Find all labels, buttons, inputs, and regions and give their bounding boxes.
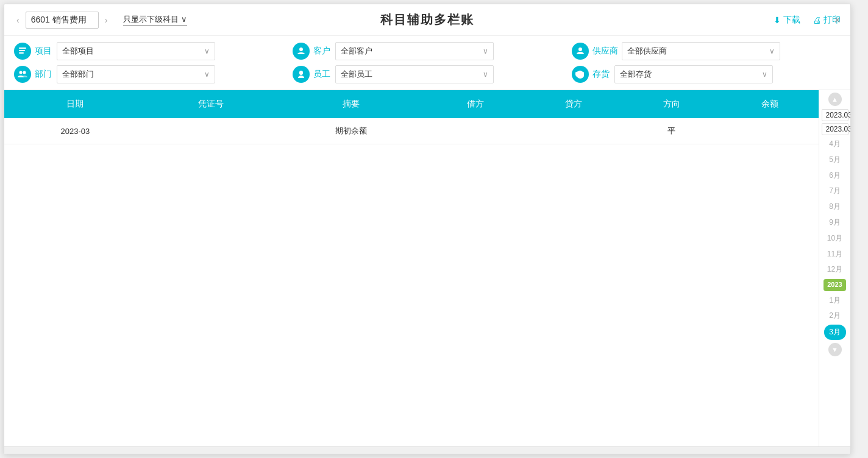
project-select[interactable]: 全部项目 ∨ (57, 42, 215, 60)
table-body: 2023-03 期初余额 平 (4, 118, 819, 144)
timeline-item[interactable]: 9月 (819, 215, 850, 230)
timeline-item[interactable]: 10月 (819, 231, 850, 246)
bottom-scrollbar[interactable] (4, 446, 850, 454)
download-icon: ⬇ (774, 15, 781, 25)
timeline-item[interactable]: 2023.03 (822, 109, 848, 121)
supplier-select[interactable]: 全部供应商 ∨ (622, 42, 780, 60)
supplier-value: 全部供应商 (627, 46, 667, 57)
customer-label: 客户 (313, 46, 332, 57)
inventory-icon (572, 66, 589, 83)
filter-row-1: 项目 全部项目 ∨ 客户 全部客户 ∨ 供应 (14, 42, 841, 60)
col-debit: 借方 (427, 90, 525, 118)
close-button[interactable]: × (834, 13, 841, 26)
timeline-up-button[interactable]: ▲ (828, 93, 842, 106)
department-value: 全部部门 (62, 69, 94, 80)
department-select[interactable]: 全部部门 ∨ (57, 65, 215, 83)
print-icon: 🖨 (813, 15, 821, 25)
account-code-display: 6601 销售费用 (26, 12, 99, 29)
show-sub-arrow-icon: ∨ (181, 15, 187, 24)
col-direction: 方向 (623, 90, 721, 118)
cell-date: 2023-03 (4, 118, 146, 144)
download-label: 下载 (783, 15, 800, 26)
project-select-arrow: ∨ (204, 47, 210, 55)
page-title: 科目辅助多栏账 (380, 12, 474, 28)
cell-credit (525, 118, 623, 144)
col-summary: 摘要 (276, 90, 427, 118)
col-voucher: 凭证号 (146, 90, 276, 118)
filter-employee: 员工 全部员工 ∨ (293, 65, 561, 83)
supplier-label: 供应商 (592, 46, 618, 57)
timeline-item[interactable]: 8月 (819, 199, 850, 214)
timeline-item[interactable]: 7月 (819, 183, 850, 199)
action-buttons: ⬇ 下载 🖨 打印 × (774, 15, 841, 26)
timeline-item[interactable]: 3月 (824, 325, 846, 340)
timeline-item[interactable]: 2023 (824, 279, 845, 291)
show-sub-toggle[interactable]: 只显示下级科目 ∨ (123, 14, 187, 26)
cell-debit (427, 118, 525, 144)
customer-select-arrow: ∨ (483, 47, 488, 55)
timeline-item[interactable]: 5月 (819, 152, 850, 167)
col-balance: 余额 (720, 90, 819, 118)
customer-value: 全部客户 (341, 46, 372, 57)
svg-rect-6 (299, 71, 303, 75)
timeline-item[interactable]: 4月 (819, 136, 850, 152)
filter-supplier: 供应商 全部供应商 ∨ (572, 42, 841, 60)
cell-summary: 期初余额 (276, 118, 427, 144)
department-label: 部门 (35, 69, 53, 80)
filter-area: 项目 全部项目 ∨ 客户 全部客户 ∨ 供应 (4, 36, 850, 90)
nav-next-button[interactable]: › (102, 14, 110, 26)
top-bar: ‹ 6601 销售费用 › 只显示下级科目 ∨ 科目辅助多栏账 ⬇ 下载 🖨 打… (4, 4, 850, 36)
cell-balance (720, 118, 819, 144)
customer-icon (293, 43, 310, 60)
svg-rect-0 (19, 48, 26, 49)
timeline-panel: ▲ 2023.032023.034月5月6月7月8月9月10月11月12月202… (819, 90, 850, 446)
filter-customer: 客户 全部客户 ∨ (293, 42, 561, 60)
filter-row-2: 部门 全部部门 ∨ 员工 全部员工 ∨ 存货 (14, 65, 841, 83)
timeline-item[interactable]: 11月 (819, 247, 850, 262)
col-credit: 贷方 (525, 90, 623, 118)
download-button[interactable]: ⬇ 下载 (774, 15, 800, 26)
svg-point-5 (23, 71, 26, 74)
filter-inventory: 存货 全部存货 ∨ (572, 65, 841, 83)
project-icon (14, 43, 31, 60)
inventory-select-arrow: ∨ (762, 70, 767, 79)
svg-rect-2 (19, 52, 24, 54)
svg-rect-1 (19, 50, 25, 51)
cell-voucher (146, 118, 276, 144)
supplier-icon (572, 43, 589, 60)
col-date: 日期 (4, 90, 146, 118)
department-select-arrow: ∨ (204, 70, 210, 79)
timeline-down-button[interactable]: ▼ (828, 343, 842, 356)
filter-department: 部门 全部部门 ∨ (14, 65, 283, 83)
project-value: 全部项目 (62, 46, 94, 57)
nav-prev-button[interactable]: ‹ (14, 14, 22, 26)
inventory-label: 存货 (592, 69, 611, 80)
employee-value: 全部员工 (341, 69, 372, 80)
timeline-item[interactable]: 1月 (819, 293, 850, 308)
employee-select[interactable]: 全部员工 ∨ (335, 65, 494, 83)
timeline-item[interactable]: 12月 (819, 262, 850, 277)
timeline-item[interactable]: 2月 (819, 308, 850, 323)
supplier-select-arrow: ∨ (769, 47, 775, 55)
inventory-value: 全部存货 (620, 69, 652, 80)
department-icon (14, 66, 31, 83)
ledger-table: 日期 凭证号 摘要 借方 贷方 方向 余额 2023-03 期初余额 平 (4, 90, 819, 144)
table-header-row: 日期 凭证号 摘要 借方 贷方 方向 余额 (4, 90, 819, 118)
inventory-select[interactable]: 全部存货 ∨ (614, 65, 773, 83)
timeline-item[interactable]: 2023.03 (822, 123, 848, 135)
timeline-item[interactable]: 6月 (819, 168, 850, 183)
svg-point-4 (20, 71, 23, 74)
customer-select[interactable]: 全部客户 ∨ (335, 42, 494, 60)
employee-label: 员工 (313, 69, 332, 80)
main-container: ‹ 6601 销售费用 › 只显示下级科目 ∨ 科目辅助多栏账 ⬇ 下载 🖨 打… (4, 4, 851, 454)
table-content: 日期 凭证号 摘要 借方 贷方 方向 余额 2023-03 期初余额 平 (4, 90, 819, 446)
cell-direction: 平 (623, 118, 721, 144)
table-wrapper: 日期 凭证号 摘要 借方 贷方 方向 余额 2023-03 期初余额 平 (4, 90, 850, 446)
nav-area: ‹ 6601 销售费用 › 只显示下级科目 ∨ (14, 12, 187, 29)
svg-point-3 (578, 48, 582, 51)
svg-rect-7 (301, 76, 302, 78)
employee-icon (293, 66, 310, 83)
timeline-items: 2023.032023.034月5月6月7月8月9月10月11月12月20231… (819, 108, 850, 340)
table-row: 2023-03 期初余额 平 (4, 118, 819, 144)
show-sub-label: 只显示下级科目 (123, 14, 179, 25)
